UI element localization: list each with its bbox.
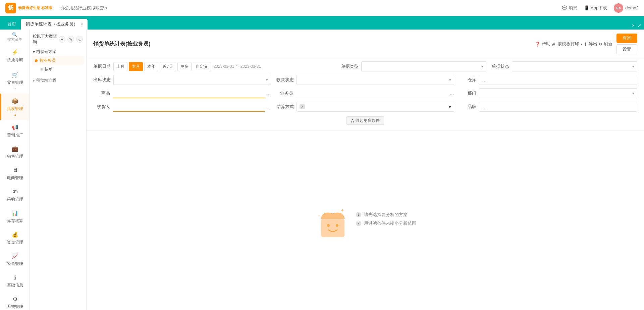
sidebar-item-ecommerce[interactable]: 🖥 电商管理 xyxy=(0,163,29,184)
period-btn-custom[interactable]: 自定义 xyxy=(193,62,211,71)
sidebar-item-sales[interactable]: 💼 销售管理 xyxy=(0,141,29,163)
message-btn[interactable]: 💬 消息 xyxy=(562,5,577,11)
collapse-btn[interactable]: ⋀ 收起更多条件 xyxy=(346,116,384,125)
brand-dots: … xyxy=(482,104,487,109)
sidebar-item-marketing[interactable]: 📢 营销推广 xyxy=(0,120,29,141)
title-actions: ❓ 帮助 🖨 按模板打印 ▾ ⬆ 导出 ↻ xyxy=(535,34,637,54)
message-icon: 💬 xyxy=(562,5,567,10)
sidebar-item-quicknav[interactable]: ⚡ 快捷导航 xyxy=(0,45,29,66)
scheme-edit-btn[interactable]: ✎ xyxy=(67,36,74,43)
date-control: 上月 本月 本年 近7天 更多 自定义 2023-03-01 至 2023-03… xyxy=(113,62,336,71)
empty-illustration: ✦ ✦ xyxy=(314,204,348,237)
filter-shipment: 出库状态 ▾ xyxy=(93,75,271,85)
tab-maximize-icon[interactable]: ⤢ xyxy=(637,23,641,28)
scheme-group-mobile-header[interactable]: ▸ 移动端方案 xyxy=(32,76,84,85)
goods-input[interactable] xyxy=(113,88,265,98)
desktop-group-label: 电脑端方案 xyxy=(36,49,56,55)
breadcrumb-text: 办公用品行业模拟账套 xyxy=(60,5,104,11)
payment-select[interactable]: ▾ xyxy=(297,75,454,85)
app-download-btn[interactable]: 📱 App下载 xyxy=(584,5,607,11)
period-btn-7days[interactable]: 近7天 xyxy=(160,62,176,71)
date-period: 上月 本月 本年 近7天 更多 自定义 2023-03-01 至 2023-03… xyxy=(113,62,336,71)
filter-goods: 商品 … xyxy=(93,88,271,98)
sidebar-item-inventory[interactable]: 📊 库存核算 xyxy=(0,206,29,227)
sidebar: 🔍 搜索菜单 ⚡ 快捷导航 🛒 零售管理 ▾ 📦 批发管理 ▴ 📢 营销推广 💼… xyxy=(0,30,30,310)
collapse-label: 收起更多条件 xyxy=(356,118,380,123)
warehouse-select[interactable]: … xyxy=(479,75,637,85)
filter-payment: 收款状态 ▾ xyxy=(276,75,454,85)
filter-recipient: 收货人 … xyxy=(93,102,271,112)
scheme-group-desktop-header[interactable]: ▾ 电脑端方案 xyxy=(32,48,84,56)
page-title: 销货单统计表(按业务员) xyxy=(93,41,151,48)
settlement-select[interactable]: × ▾ xyxy=(297,102,454,112)
shipment-select[interactable]: ▾ xyxy=(113,75,271,85)
scheme-item-by-order[interactable]: ≡ 按单 xyxy=(32,65,84,73)
salesperson-input[interactable] xyxy=(296,88,448,98)
scheme-item-by-salesperson[interactable]: 按业务员 xyxy=(32,56,84,65)
period-btn-this-month[interactable]: 本月 xyxy=(129,62,143,71)
department-select[interactable]: ▾ xyxy=(479,88,637,98)
user-profile[interactable]: Ea demo2 xyxy=(614,3,639,13)
sidebar-item-basic[interactable]: ℹ 基础信息 xyxy=(0,270,29,292)
date-range-text: 2023-03-01 至 2023-03-31 xyxy=(214,64,261,69)
export-btn[interactable]: ⬆ 导出 xyxy=(584,41,597,47)
sidebar-item-finance[interactable]: 💰 资金管理 xyxy=(0,227,29,249)
quicknav-icon: ⚡ xyxy=(11,48,19,56)
tab-active[interactable]: 销货单统计表（按业务员） × xyxy=(21,19,88,30)
refresh-btn[interactable]: ↻ 刷新 xyxy=(599,41,612,47)
tab-home[interactable]: 首页 xyxy=(3,19,21,30)
period-btn-this-year[interactable]: 本年 xyxy=(144,62,158,71)
period-btn-more[interactable]: 更多 xyxy=(177,62,192,71)
content-area: 按以下方案查询 + ✎ « ▾ 电脑端方案 按业务员 xyxy=(30,30,644,310)
wholesale-arrow: ▴ xyxy=(14,113,16,116)
recipient-label: 收货人 xyxy=(93,104,110,110)
svg-rect-0 xyxy=(321,219,344,237)
sidebar-item-wholesale[interactable]: 📦 批发管理 ▴ xyxy=(0,94,29,120)
tab-close-icon[interactable]: × xyxy=(632,23,635,28)
logo-icon: 畅 xyxy=(5,3,16,13)
period-btn-last-month[interactable]: 上月 xyxy=(113,62,127,71)
settings-btn[interactable]: 设置 xyxy=(616,44,637,54)
ecommerce-icon: 🖥 xyxy=(11,166,19,174)
sidebar-item-operations[interactable]: 📈 经营管理 xyxy=(0,249,29,270)
recipient-input[interactable] xyxy=(113,102,265,112)
purchase-icon: 🛍 xyxy=(11,188,19,196)
doc-type-label: 单据类型 xyxy=(341,63,359,69)
mobile-group-arrow: ▸ xyxy=(33,78,35,83)
scheme-add-btn[interactable]: + xyxy=(59,36,65,43)
inventory-icon: 📊 xyxy=(11,209,19,217)
doc-status-select[interactable]: ▾ xyxy=(512,61,637,71)
breadcrumb-dropdown-icon[interactable]: ▾ xyxy=(105,5,108,10)
filter-warehouse: 仓库 … xyxy=(460,75,637,85)
step-2-text: 用过滤条件来缩小分析范围 xyxy=(364,220,416,226)
wholesale-icon: 📦 xyxy=(11,97,19,105)
salesperson-dots[interactable]: … xyxy=(449,91,454,96)
sidebar-item-system[interactable]: ⚙ 系统管理 xyxy=(0,292,29,310)
print-arrow: ▾ xyxy=(581,42,582,46)
recipient-dots[interactable]: … xyxy=(266,104,271,109)
svg-text:✦: ✦ xyxy=(318,214,320,218)
doc-type-select[interactable]: ▾ xyxy=(361,61,487,71)
retail-arrow: ▾ xyxy=(14,87,16,90)
brand-select[interactable]: … xyxy=(479,102,637,112)
step-1-text: 请先选择要分析的方案 xyxy=(364,212,408,218)
sidebar-search[interactable]: 🔍 搜索菜单 xyxy=(0,30,29,45)
collapse-icon: ⋀ xyxy=(351,118,354,123)
finance-label: 资金管理 xyxy=(7,240,23,245)
goods-dots[interactable]: … xyxy=(266,91,271,96)
sidebar-item-purchase[interactable]: 🛍 采购管理 xyxy=(0,184,29,206)
sidebar-item-retail[interactable]: 🛒 零售管理 ▾ xyxy=(0,67,29,94)
tab-close-btn[interactable]: × xyxy=(80,22,83,27)
print-btn[interactable]: 🖨 按模板打印 ▾ xyxy=(552,41,582,47)
help-btn[interactable]: ❓ 帮助 xyxy=(535,41,550,47)
brand-label: 品牌 xyxy=(460,104,476,110)
desktop-group-arrow: ▾ xyxy=(33,50,35,54)
breadcrumb: 办公用品行业模拟账套 ▾ xyxy=(60,5,108,11)
scheme-collapse-btn[interactable]: « xyxy=(76,36,83,43)
query-btn[interactable]: 查询 xyxy=(616,34,637,43)
filter-row-1: 单据日期 上月 本月 本年 近7天 更多 自定义 2023-03-01 至 20… xyxy=(93,61,637,71)
settlement-chevron: ▾ xyxy=(449,104,451,109)
quicknav-label: 快捷导航 xyxy=(7,57,23,63)
filter-brand: 品牌 … xyxy=(460,102,637,112)
logo-area: 畅 畅捷通好生意 标准版 xyxy=(5,3,52,13)
